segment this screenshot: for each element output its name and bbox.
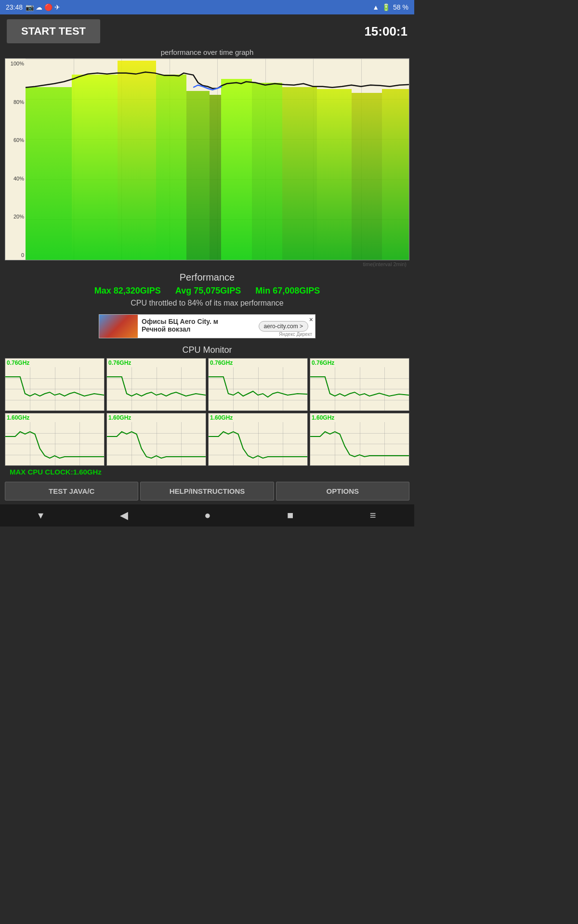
status-bar: 23:48 📷 ☁ 🔴 ✈ ▲ 🔋 58 % — [0, 0, 414, 14]
ad-close-button[interactable]: × — [309, 316, 313, 323]
nav-recents-icon[interactable]: ■ — [287, 509, 293, 522]
nav-bar: ▾ ◀ ● ■ ≡ — [0, 504, 414, 526]
bar-9 — [252, 83, 283, 260]
bar-1 — [26, 87, 45, 260]
cpu-chart-3: 0.76GHz — [208, 358, 308, 411]
notification-icons: 📷 ☁ 🔴 ✈ — [26, 3, 60, 11]
cpu-chart-6: 1.60GHz — [106, 413, 206, 466]
y-label-80: 80% — [5, 99, 26, 105]
cpu-monitor-section: CPU Monitor 0.76GHz 0.76GHz — [0, 342, 414, 480]
cpu-freq-2: 0.76GHz — [108, 359, 131, 366]
ad-cta-button[interactable]: aero-city.com > — [259, 321, 308, 332]
cpu-freq-4: 0.76GHz — [312, 359, 334, 366]
nav-back-icon[interactable]: ◀ — [120, 509, 128, 522]
cpu-freq-8: 1.60GHz — [312, 414, 334, 421]
bar-5 — [156, 75, 187, 260]
nav-down-icon[interactable]: ▾ — [38, 509, 43, 522]
cpu-chart-inner-3 — [209, 367, 307, 411]
performance-title: Performance — [0, 272, 414, 283]
performance-section: Performance Max 82,320GIPS Avg 75,075GIP… — [0, 267, 414, 310]
bar-6 — [186, 91, 210, 260]
cpu-monitor-title: CPU Monitor — [5, 345, 409, 355]
perf-throttle: CPU throttled to 84% of its max performa… — [0, 299, 414, 308]
help-instructions-button[interactable]: HELP/INSTRUCTIONS — [140, 482, 274, 500]
ad-banner: × Офисы БЦ Аего City. мРечной вокзал aer… — [99, 314, 315, 338]
graph-x-label: time(interval 2min) — [5, 261, 409, 267]
ad-main-text: Офисы БЦ Аего City. мРечной вокзал — [142, 318, 255, 333]
graph-title: performance over time graph — [5, 48, 409, 56]
cpu-chart-inner-6 — [107, 422, 206, 465]
cpu-chart-inner-2 — [107, 367, 206, 411]
y-axis-labels: 100% 80% 60% 40% 20% 0 — [5, 59, 26, 260]
cpu-chart-2: 0.76GHz — [106, 358, 206, 411]
status-right: ▲ 🔋 58 % — [372, 3, 408, 11]
bar-11 — [317, 89, 352, 260]
options-button[interactable]: OPTIONS — [276, 482, 409, 500]
test-java-c-button[interactable]: TEST JAVA/C — [5, 482, 138, 500]
cpu-chart-inner-7 — [209, 422, 307, 465]
graph-section: performance over time graph 100% 80% 60%… — [0, 48, 414, 267]
battery-icon: 🔋 — [382, 3, 390, 11]
performance-graph: 100% 80% 60% 40% 20% 0 — [5, 58, 409, 260]
perf-max: Max 82,320GIPS — [94, 286, 161, 296]
nav-home-icon[interactable]: ● — [204, 509, 210, 522]
cpu-bottom-row: 1.60GHz 1.60GHz — [5, 413, 409, 466]
cpu-freq-3: 0.76GHz — [210, 359, 233, 366]
y-label-0: 0 — [5, 252, 26, 258]
bar-12 — [352, 93, 382, 260]
cpu-chart-7: 1.60GHz — [208, 413, 308, 466]
cpu-chart-inner-8 — [310, 422, 409, 465]
cpu-chart-4: 0.76GHz — [310, 358, 409, 411]
bar-2 — [45, 87, 72, 260]
cpu-chart-inner-5 — [5, 422, 104, 465]
cpu-chart-inner-1 — [5, 367, 104, 411]
cpu-freq-1: 0.76GHz — [7, 359, 29, 366]
y-label-100: 100% — [5, 61, 26, 66]
header-row: START TEST 15:00:1 — [0, 14, 414, 48]
bottom-buttons: TEST JAVA/C HELP/INSTRUCTIONS OPTIONS — [0, 480, 414, 502]
battery-percent: 58 % — [393, 3, 408, 11]
bar-3 — [72, 75, 118, 260]
y-label-60: 60% — [5, 137, 26, 143]
timer-display: 15:00:1 — [364, 24, 407, 39]
bar-7 — [210, 95, 221, 260]
cpu-freq-5: 1.60GHz — [7, 414, 29, 421]
ad-source-label: Яндекс Директ — [279, 332, 312, 337]
y-label-40: 40% — [5, 176, 26, 181]
graph-inner — [26, 59, 409, 260]
start-test-button[interactable]: START TEST — [7, 19, 100, 43]
max-cpu-clock-label: MAX CPU CLOCK:1.60GHz — [5, 466, 409, 478]
wifi-icon: ▲ — [372, 3, 379, 11]
nav-menu-icon[interactable]: ≡ — [370, 509, 376, 522]
status-left: 23:48 📷 ☁ 🔴 ✈ — [6, 3, 60, 11]
ad-container: × Офисы БЦ Аего City. мРечной вокзал aer… — [0, 310, 414, 342]
perf-min: Min 67,008GIPS — [255, 286, 320, 296]
bar-10 — [282, 87, 317, 260]
performance-stats: Max 82,320GIPS Avg 75,075GIPS Min 67,008… — [0, 286, 414, 296]
cpu-freq-7: 1.60GHz — [210, 414, 233, 421]
ad-image — [99, 315, 138, 338]
bar-8 — [221, 79, 252, 260]
cpu-chart-5: 1.60GHz — [5, 413, 105, 466]
cpu-chart-inner-4 — [310, 367, 409, 411]
cpu-chart-8: 1.60GHz — [310, 413, 409, 466]
cpu-top-row: 0.76GHz 0.76GHz — [5, 358, 409, 411]
cpu-freq-6: 1.60GHz — [108, 414, 131, 421]
ad-content: Офисы БЦ Аего City. мРечной вокзал — [138, 315, 259, 338]
y-label-20: 20% — [5, 214, 26, 219]
time-display: 23:48 — [6, 3, 23, 11]
perf-avg: Avg 75,075GIPS — [175, 286, 241, 296]
bar-13 — [382, 89, 409, 260]
bar-4 — [118, 61, 156, 260]
cpu-chart-1: 0.76GHz — [5, 358, 105, 411]
